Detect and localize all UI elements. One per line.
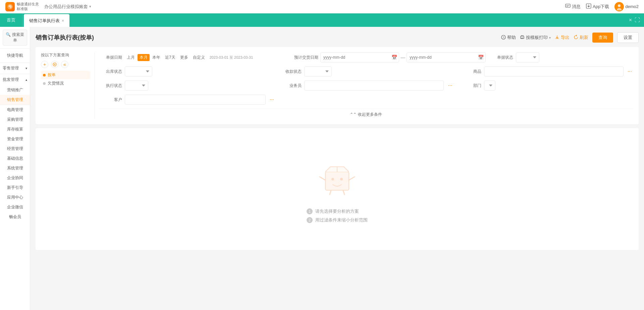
sidebar-item-quick-nav[interactable]: 快捷导航 (0, 50, 30, 61)
expected-date-label: 预计交货日期 (294, 55, 318, 60)
expected-date-end[interactable] (407, 52, 485, 62)
calendar-end-icon[interactable]: 📅 (478, 55, 484, 60)
add-plan-button[interactable]: + (41, 61, 48, 68)
customer-more-icon[interactable]: ··· (268, 97, 275, 103)
filter-row-4: 客户 ··· (99, 95, 633, 105)
top-nav-right: 消息 App下载 demo2 (565, 2, 639, 11)
message-button[interactable]: 消息 (565, 3, 581, 10)
svg-point-12 (331, 178, 334, 180)
edit-plan-button[interactable] (51, 61, 58, 68)
filter-group-salesperson: 业务员 ··· (278, 81, 453, 91)
goods-input[interactable] (484, 66, 624, 76)
sidebar-item-operations[interactable]: 经营管理 (0, 144, 30, 154)
export-button[interactable]: 导出 (555, 35, 570, 41)
help-button[interactable]: ? 帮助 (501, 35, 516, 41)
customer-input[interactable] (125, 95, 266, 105)
doc-status-select[interactable]: 草稿 已确认 已关闭 (516, 52, 539, 62)
empty-tip-1: 1 请先选择要分析的方案 (307, 208, 368, 214)
user-profile-button[interactable]: demo2 (614, 2, 639, 11)
out-status-select[interactable]: 未出库 部分出库 全部出库 (125, 66, 152, 76)
calendar-start-icon[interactable]: 📅 (391, 55, 397, 60)
sidebar-section-wholesale-header[interactable]: 批发管理 ▴ (0, 74, 30, 85)
sidebar-quick-nav: 快捷导航 (0, 49, 30, 63)
logo-text: 畅捷通好生意 标准版 (17, 2, 39, 11)
logo-area[interactable]: 畅捷通好生意 标准版 (5, 2, 39, 11)
sidebar-item-finance[interactable]: 资金管理 (0, 134, 30, 144)
search-menu-button[interactable]: 🔍 搜索菜单 (3, 30, 27, 46)
sidebar-item-inventory[interactable]: 库存核算 (0, 124, 30, 134)
out-status-select-wrapper: 未出库 部分出库 全部出库 (125, 66, 274, 76)
tab-maximize-button[interactable]: ⛶ (635, 17, 640, 23)
content-area: 销售订单执行表(按单) ? 帮助 (30, 27, 644, 310)
download-icon (586, 3, 591, 10)
tab-active[interactable]: 销售订单执行表 × (24, 14, 69, 28)
filter-group-goods: 商品 ··· (458, 66, 633, 76)
customer-label: 客户 (99, 97, 122, 103)
department-label: 部门 (458, 83, 481, 89)
filter-panel: 按以下方案查询 + « 按单 (36, 47, 639, 124)
tab-close-icon[interactable]: × (62, 18, 64, 23)
filter-plan-item-andan[interactable]: 按单 (41, 71, 90, 79)
filter-group-collection-status: 收款状态 未收款 部分收款 全部收款 (278, 66, 453, 76)
sidebar-item-member[interactable]: 畅会员 (0, 212, 30, 222)
goods-more-icon[interactable]: ··· (626, 68, 633, 74)
doc-status-select-wrapper: 草稿 已确认 已关闭 (516, 52, 633, 62)
print-button[interactable]: 按模板打印 ▾ (520, 35, 551, 41)
filter-sidebar-title: 按以下方案查询 (41, 52, 90, 58)
wholesale-arrow-icon: ▴ (25, 78, 27, 82)
filter-group-exec-status: 执行状态 执行中 已完成 (99, 81, 274, 91)
salesperson-input[interactable] (304, 81, 444, 91)
exec-status-select-wrapper: 执行中 已完成 (125, 81, 274, 91)
collection-status-label: 收款状态 (278, 69, 302, 74)
tab-home[interactable]: 首页 (0, 13, 22, 27)
date-tab-7days[interactable]: 近7天 (163, 54, 177, 61)
date-tab-last-month[interactable]: 上月 (125, 54, 137, 61)
collapse-sidebar-button[interactable]: « (61, 61, 68, 68)
sidebar-item-sales[interactable]: 销售管理 (0, 95, 30, 105)
export-icon (555, 35, 559, 41)
filter-plan-item-quhuo[interactable]: 欠货情况 (41, 79, 90, 88)
empty-tips: 1 请先选择要分析的方案 2 用过滤条件来缩小分析范围 (307, 208, 368, 223)
date-tab-this-year[interactable]: 本年 (150, 54, 162, 61)
date-tab-this-month[interactable]: 本月 (138, 54, 150, 61)
filter-sidebar-actions: + « (41, 61, 90, 68)
sidebar-item-ecommerce[interactable]: 电商管理 (0, 105, 30, 115)
breadcrumb-text: 办公用品行业模拟账套 (44, 4, 88, 10)
sidebar-item-basic-info[interactable]: 基础信息 (0, 154, 30, 163)
sidebar-item-newbie[interactable]: 新手引导 (0, 183, 30, 193)
tab-minimize-button[interactable]: × (629, 17, 632, 23)
department-select[interactable] (484, 81, 495, 91)
salesperson-more-icon[interactable]: ··· (446, 83, 453, 89)
sidebar-item-enterprise[interactable]: 企业协同 (0, 173, 30, 183)
out-status-label: 出库状态 (99, 69, 122, 74)
sidebar-item-app-center[interactable]: 应用中心 (0, 193, 30, 202)
search-icon: 🔍 (6, 32, 11, 37)
expected-date-start[interactable] (320, 52, 399, 62)
collapse-button[interactable]: ⌃⌃ 收起更多条件 (99, 109, 633, 119)
goods-label: 商品 (458, 69, 481, 74)
exec-status-select[interactable]: 执行中 已完成 (125, 81, 148, 91)
date-tab-more[interactable]: 更多 (178, 54, 190, 61)
filter-row-3: 执行状态 执行中 已完成 业务员 (99, 81, 633, 91)
settings-button[interactable]: 设置 (617, 32, 639, 43)
sidebar-item-system[interactable]: 系统管理 (0, 163, 30, 173)
breadcrumb[interactable]: 办公用品行业模拟账套 ▾ (44, 4, 91, 10)
date-range-text: 2023-03-01 至 2023-03-31 (210, 55, 253, 60)
sidebar-section-retail-header[interactable]: 零售管理 ▾ (0, 63, 30, 74)
exec-status-label: 执行状态 (99, 83, 122, 89)
collection-status-select[interactable]: 未收款 部分收款 全部收款 (304, 66, 332, 76)
search-button[interactable]: 查询 (592, 33, 613, 43)
help-icon: ? (501, 35, 506, 41)
sidebar-item-marketing[interactable]: 营销推广 (0, 85, 30, 95)
sidebar-item-enterprise-wechat[interactable]: 企业微信 (0, 202, 30, 212)
sidebar-item-purchase[interactable]: 采购管理 (0, 115, 30, 124)
main-layout: 🔍 搜索菜单 快捷导航 零售管理 ▾ 批发管理 ▴ 营销推广 销售管理 电商管理… (0, 27, 644, 310)
inactive-dot-icon (43, 82, 46, 85)
date-tab-custom[interactable]: 自定义 (191, 54, 207, 61)
expected-date-end-wrapper: 📅 (407, 52, 485, 62)
app-download-button[interactable]: App下载 (586, 3, 609, 10)
sidebar: 🔍 搜索菜单 快捷导航 零售管理 ▾ 批发管理 ▴ 营销推广 销售管理 电商管理… (0, 27, 30, 310)
svg-point-1 (9, 6, 11, 7)
refresh-button[interactable]: 刷新 (574, 35, 588, 41)
department-select-wrapper (484, 81, 633, 91)
